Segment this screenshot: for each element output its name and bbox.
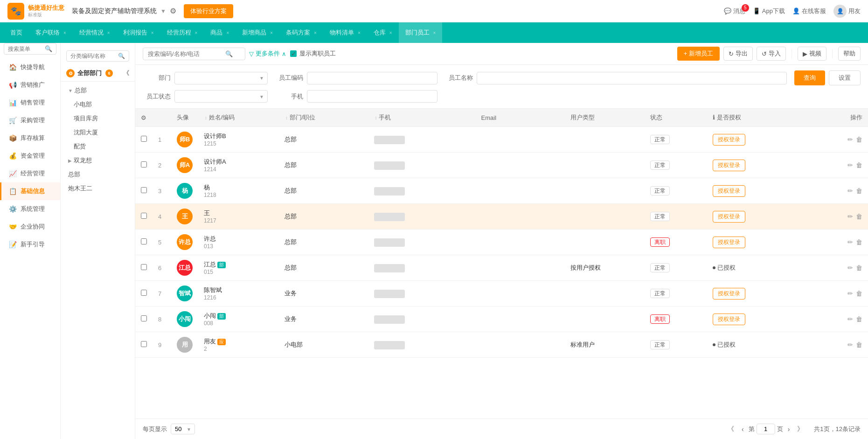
row-checkbox[interactable]	[141, 290, 147, 296]
system-dropdown-icon[interactable]: ▼	[160, 8, 166, 14]
dept-item-paomuwanger[interactable]: 炮木王二	[61, 181, 135, 195]
query-button[interactable]: 查询	[794, 70, 825, 85]
table-settings-icon[interactable]: ⚙	[141, 114, 146, 121]
first-page-btn[interactable]: 《	[725, 424, 737, 434]
employee-search-input[interactable]	[148, 50, 222, 57]
cell-checkbox[interactable]	[135, 230, 153, 255]
sidebar-item-sales[interactable]: 📊 销售管理	[0, 94, 60, 111]
page-number-input[interactable]	[757, 424, 775, 434]
sidebar-item-finance[interactable]: 💰 资金管理	[0, 147, 60, 165]
edit-icon[interactable]: ✏	[847, 213, 853, 220]
sidebar-item-quicknav[interactable]: 🏠 快捷导航	[0, 58, 60, 76]
row-checkbox[interactable]	[141, 238, 147, 244]
dept-item-shuanglongxiang[interactable]: ▶ 双龙想	[61, 153, 135, 167]
edit-icon[interactable]: ✏	[847, 136, 853, 143]
delete-icon[interactable]: 🗑	[856, 264, 862, 272]
close-icon[interactable]: ×	[63, 30, 66, 35]
close-icon[interactable]: ×	[389, 30, 392, 35]
page-size-wrapper[interactable]: 50 10 20 100	[171, 424, 195, 434]
all-dept[interactable]: ⚙ 全部部门 6 《	[61, 65, 135, 82]
dept-search-input[interactable]	[70, 53, 118, 59]
empname-input[interactable]	[477, 72, 787, 84]
cell-checkbox[interactable]	[135, 178, 153, 204]
dept-select-wrapper[interactable]	[174, 72, 268, 84]
edit-icon[interactable]: ✏	[847, 238, 853, 246]
edit-icon[interactable]: ✏	[847, 341, 853, 348]
delete-icon[interactable]: 🗑	[856, 341, 862, 348]
edit-icon[interactable]: ✏	[847, 290, 853, 297]
delete-icon[interactable]: 🗑	[856, 213, 862, 220]
edit-icon[interactable]: ✏	[847, 264, 853, 272]
show-resigned-toggle[interactable]: ✓ 显示离职员工	[290, 49, 336, 58]
status-select[interactable]	[174, 90, 268, 103]
delete-icon[interactable]: 🗑	[856, 290, 862, 297]
th-dept[interactable]: ↕ 部门/职位	[279, 109, 368, 127]
app-download-item[interactable]: 📱 App下载	[753, 7, 785, 15]
th-name[interactable]: ↕ 姓名/编码	[198, 109, 279, 127]
close-icon[interactable]: ×	[107, 30, 110, 35]
last-page-btn[interactable]: 》	[794, 424, 806, 434]
auth-login-button[interactable]: 授权登录	[713, 211, 745, 223]
cell-checkbox[interactable]	[135, 281, 153, 307]
row-checkbox[interactable]	[141, 161, 147, 167]
sidebar-search[interactable]: 🔍	[4, 43, 56, 55]
row-checkbox[interactable]	[141, 315, 147, 321]
cell-checkbox[interactable]	[135, 332, 153, 358]
nav-tab-employees[interactable]: 部门员工 ×	[399, 22, 443, 43]
nav-tab-history[interactable]: 经营历程 ×	[160, 22, 204, 43]
dept-item-zongbu2[interactable]: 总部	[61, 167, 135, 181]
gear-icon[interactable]: ⚙	[170, 7, 176, 15]
cell-checkbox[interactable]	[135, 204, 153, 230]
nav-tab-home[interactable]: 首页	[4, 22, 29, 43]
close-icon[interactable]: ×	[433, 30, 436, 35]
nav-tab-barcode[interactable]: 条码方案 ×	[279, 22, 323, 43]
auth-login-button[interactable]: 授权登录	[713, 237, 745, 248]
sidebar-item-marketing[interactable]: 📢 营销推广	[0, 76, 60, 94]
close-icon[interactable]: ×	[314, 30, 317, 35]
nav-tab-profit[interactable]: 利润报告 ×	[117, 22, 160, 43]
delete-icon[interactable]: 🗑	[856, 136, 862, 143]
nav-tab-customer[interactable]: 客户联络 ×	[29, 22, 73, 43]
user-avatar-item[interactable]: 👤 用友	[833, 5, 861, 18]
nav-tab-warehouse[interactable]: 仓库 ×	[367, 22, 399, 43]
sidebar-item-purchase[interactable]: 🛒 采购管理	[0, 111, 60, 129]
dept-item-shenyangdajian[interactable]: 沈阳大厦	[61, 125, 135, 139]
next-page-btn[interactable]: ›	[785, 425, 793, 434]
edit-icon[interactable]: ✏	[847, 187, 853, 195]
empcode-input[interactable]	[307, 72, 437, 84]
auth-login-button[interactable]: 授权登录	[713, 314, 745, 325]
prev-page-btn[interactable]: ‹	[739, 425, 747, 434]
auth-login-button[interactable]: 授权登录	[713, 185, 745, 197]
auth-login-button[interactable]: 授权登录	[713, 288, 745, 300]
show-resigned-checkbox[interactable]: ✓	[290, 50, 297, 57]
sidebar-item-basic[interactable]: 📋 基础信息	[0, 182, 60, 200]
add-employee-button[interactable]: + 新增员工	[677, 47, 720, 61]
import-button[interactable]: ↺ 导入	[757, 47, 786, 61]
message-icon-item[interactable]: 💬 消息 5	[724, 7, 745, 15]
delete-icon[interactable]: 🗑	[856, 187, 862, 195]
dept-tree-search[interactable]: 🔍	[66, 50, 129, 62]
employee-search-box[interactable]: 🔍	[143, 48, 245, 60]
dept-item-zongbu-parent[interactable]: ▼ 总部	[61, 84, 135, 98]
phone-input[interactable]	[307, 90, 437, 103]
th-settings[interactable]: ⚙	[135, 109, 153, 127]
dept-select[interactable]	[174, 72, 268, 84]
sidebar-item-inventory[interactable]: 📦 库存核算	[0, 129, 60, 147]
trial-button[interactable]: 体验行业方案	[184, 4, 233, 18]
status-select-wrapper[interactable]	[174, 90, 268, 103]
auth-login-button[interactable]: 授权登录	[713, 134, 745, 146]
row-checkbox[interactable]	[141, 264, 147, 270]
delete-icon[interactable]: 🗑	[856, 315, 862, 323]
help-button[interactable]: 帮助	[838, 47, 861, 61]
dept-item-peihuo[interactable]: 配货	[61, 139, 135, 153]
cell-checkbox[interactable]	[135, 153, 153, 178]
sidebar-item-guide[interactable]: 📝 新手引导	[0, 236, 60, 253]
cell-checkbox[interactable]	[135, 255, 153, 281]
nav-tab-new-goods[interactable]: 新增商品 ×	[236, 22, 279, 43]
close-icon[interactable]: ×	[195, 30, 198, 35]
page-size-select[interactable]: 50 10 20 100	[171, 424, 195, 434]
edit-icon[interactable]: ✏	[847, 161, 853, 169]
nav-tab-bom[interactable]: 物料清单 ×	[323, 22, 367, 43]
th-phone[interactable]: ↕ 手机	[368, 109, 476, 127]
row-checkbox[interactable]	[141, 341, 147, 347]
